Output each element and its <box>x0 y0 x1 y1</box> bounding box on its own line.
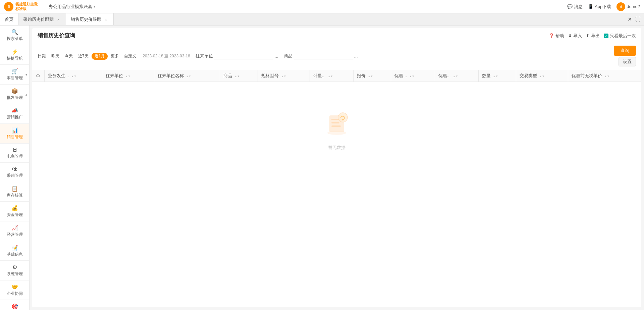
app-download-btn[interactable]: 📱 App下载 <box>588 4 611 10</box>
user-name: demo2 <box>627 4 640 9</box>
column-settings-icon[interactable]: ⚙ <box>36 73 40 79</box>
table-header-row: ⚙ 业务发生... ▲▼ 往来单位 ▲▼ 往来单位名称 <box>32 70 641 82</box>
logo-area: 6 畅捷通好生意 标准版 <box>4 2 38 11</box>
app-download-label: App下载 <box>595 4 611 10</box>
th-settings[interactable]: ⚙ <box>32 70 44 82</box>
th-unit[interactable]: 计量... ▲▼ <box>310 70 353 82</box>
partner-dots[interactable]: ... <box>275 54 278 59</box>
tab-home-label: 首页 <box>5 16 13 22</box>
settings-button[interactable]: 设置 <box>619 57 636 66</box>
th-discount1[interactable]: 优惠... ▲▼ <box>391 70 435 82</box>
th-trade-type-sort: ▲▼ <box>539 75 545 78</box>
empty-text: 暂无数据 <box>328 145 345 151</box>
table-area: ⚙ 业务发生... ▲▼ 往来单位 ▲▼ 往来单位名称 <box>32 70 641 307</box>
svg-rect-3 <box>331 122 339 123</box>
tab-home[interactable]: 首页 <box>0 13 18 25</box>
th-product-sort: ▲▼ <box>234 75 240 78</box>
logo-text: 畅捷通好生意 标准版 <box>15 2 38 11</box>
help-btn[interactable]: ❓ 帮助 <box>549 33 564 39</box>
biz-mgmt-icon: 📈 <box>11 225 18 231</box>
date-btn-more[interactable]: 更多 <box>108 52 121 60</box>
only-last-checkbox[interactable]: ✓ 只看最后一次 <box>604 33 636 39</box>
tab-purchase-history-label: 采购历史价跟踪 <box>23 16 54 22</box>
sidebar-item-basic-info-label: 基础信息 <box>7 252 23 257</box>
th-pre-tax-price[interactable]: 优惠前无税单价 ▲▼ <box>568 70 641 82</box>
user-profile[interactable]: d demo2 <box>616 2 640 11</box>
product-input[interactable] <box>294 53 353 59</box>
date-btn-1month[interactable]: 近1月 <box>92 53 108 60</box>
sidebar: 🔍 搜索菜单 ⚡ 快捷导航 🛒 零售管理 ▾ 📦 批发管理 ▴ 📣 营销推广 📊… <box>0 25 30 310</box>
filter-partner-field: 往来单位 ... <box>196 53 278 59</box>
sidebar-item-biz-mgmt-label: 经营管理 <box>7 232 23 238</box>
wholesale-mgmt-icon: 📦 <box>11 88 18 94</box>
sidebar-item-finance-mgmt[interactable]: 💰 资金管理 <box>0 202 29 221</box>
ecommerce-mgmt-icon: 🖥 <box>12 147 17 153</box>
import-label: 导入 <box>573 33 582 39</box>
sidebar-item-marketing[interactable]: 📣 营销推广 <box>0 104 29 124</box>
th-spec[interactable]: 规格型号 ▲▼ <box>258 70 310 82</box>
th-unit-sort: ▲▼ <box>328 75 333 78</box>
sidebar-item-quick-nav[interactable]: ⚡ 快捷导航 <box>0 45 29 65</box>
tab-sales-history-label: 销售历史价跟踪 <box>71 16 101 22</box>
filter-row-date: 日期 昨天 今天 近7天 近1月 更多 自定义 2023-02-18 至 202… <box>38 52 190 60</box>
sidebar-item-ecommerce-mgmt[interactable]: 🖥 电商管理 <box>0 144 29 163</box>
sidebar-item-retail-mgmt-label: 零售管理 <box>7 75 23 81</box>
th-price-label: 报价 <box>357 73 366 78</box>
tab-sales-history[interactable]: 销售历史价跟踪 × <box>66 13 114 25</box>
sidebar-item-sales-mgmt[interactable]: 📊 销售管理 <box>0 124 29 144</box>
sidebar-item-purchase-mgmt[interactable]: 🛍 采购管理 <box>0 163 29 182</box>
tabbar-close-icon[interactable]: ✕ <box>628 16 632 22</box>
sidebar-item-biz-mgmt[interactable]: 📈 经营管理 <box>0 221 29 241</box>
tab-purchase-history-close[interactable]: × <box>56 17 61 22</box>
topbar-right: 💬 消息 📱 App下载 d demo2 <box>567 2 640 11</box>
th-discount2[interactable]: 优惠... ▲▼ <box>435 70 478 82</box>
product-dots[interactable]: ... <box>354 54 358 59</box>
sidebar-item-search-menu[interactable]: 🔍 搜索菜单 <box>0 25 29 45</box>
sidebar-item-basic-info[interactable]: 📝 基础信息 <box>0 241 29 261</box>
export-btn[interactable]: ⬆ 导出 <box>586 33 600 39</box>
new-user-guide-icon: 🎯 <box>11 303 18 310</box>
sidebar-item-enterprise-collab[interactable]: 🤝 企业协同 <box>0 280 29 300</box>
sidebar-item-inventory-mgmt[interactable]: 📋 库存核算 <box>0 182 29 202</box>
date-btn-custom[interactable]: 自定义 <box>122 52 139 60</box>
date-btn-7days[interactable]: 近7天 <box>76 52 91 60</box>
th-price[interactable]: 报价 ▲▼ <box>353 70 391 82</box>
th-partner-name[interactable]: 往来单位名称 ▲▼ <box>154 70 220 82</box>
sidebar-item-retail-mgmt[interactable]: 🛒 零售管理 ▾ <box>0 65 29 85</box>
th-trade-type[interactable]: 交易类型 ▲▼ <box>516 70 568 82</box>
th-quantity-sort: ▲▼ <box>493 75 498 78</box>
company-selector[interactable]: 办公用品行业模拟账套 ▾ <box>49 4 95 10</box>
sales-mgmt-icon: 📊 <box>11 127 18 134</box>
th-biz-date[interactable]: 业务发生... ▲▼ <box>44 70 102 82</box>
th-biz-date-label: 业务发生... <box>48 73 69 78</box>
th-partner-name-label: 往来单位名称 <box>158 73 184 78</box>
product-label: 商品 <box>284 53 292 59</box>
tab-purchase-history[interactable]: 采购历史价跟踪 × <box>18 13 66 25</box>
system-mgmt-icon: ⚙ <box>12 264 17 270</box>
page-actions: ❓ 帮助 ⬇ 导入 ⬆ 导出 ✓ 只看最后一次 <box>549 33 636 39</box>
inventory-mgmt-icon: 📋 <box>11 186 18 192</box>
query-button[interactable]: 查询 <box>614 46 636 56</box>
app-download-icon: 📱 <box>588 4 593 9</box>
sidebar-item-system-mgmt-label: 系统管理 <box>7 271 23 277</box>
message-btn[interactable]: 💬 消息 <box>567 4 583 10</box>
sidebar-item-new-user-guide[interactable]: 🎯 新手引导 <box>0 300 29 310</box>
th-spec-sort: ▲▼ <box>281 75 286 78</box>
tabbar: 首页 采购历史价跟踪 × 销售历史价跟踪 × ✕ ⛶ <box>0 13 644 25</box>
th-biz-date-sort: ▲▼ <box>71 75 76 78</box>
date-btn-yesterday[interactable]: 昨天 <box>49 52 62 60</box>
import-btn[interactable]: ⬇ 导入 <box>568 33 582 39</box>
date-btn-today[interactable]: 今天 <box>62 52 75 60</box>
avatar: d <box>616 2 625 11</box>
sidebar-item-wholesale-mgmt[interactable]: 📦 批发管理 ▴ <box>0 85 29 104</box>
data-table: ⚙ 业务发生... ▲▼ 往来单位 ▲▼ 往来单位名称 <box>32 70 641 82</box>
checkbox-icon: ✓ <box>604 34 608 38</box>
tab-sales-history-close[interactable]: × <box>103 17 109 22</box>
tabbar-fullscreen-icon[interactable]: ⛶ <box>635 16 641 22</box>
th-spec-label: 规格型号 <box>261 73 279 78</box>
th-quantity[interactable]: 数量 ▲▼ <box>478 70 516 82</box>
th-product[interactable]: 商品 ▲▼ <box>220 70 258 82</box>
th-partner-code[interactable]: 往来单位 ▲▼ <box>102 70 154 82</box>
sidebar-item-system-mgmt[interactable]: ⚙ 系统管理 <box>0 261 29 280</box>
partner-input[interactable] <box>214 53 273 59</box>
